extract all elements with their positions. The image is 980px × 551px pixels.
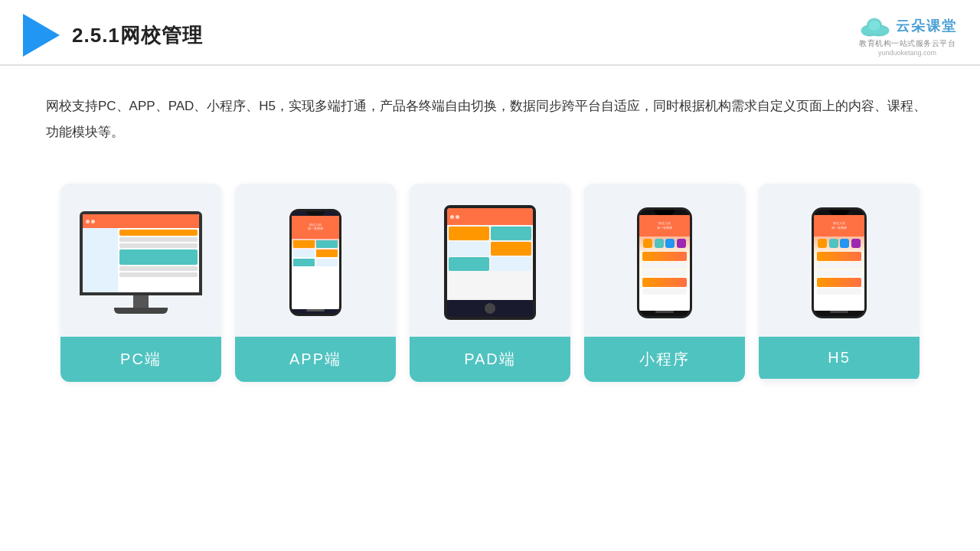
t-block3 [449,242,489,256]
phone-home-bar [306,309,325,311]
mini-icons [639,236,690,250]
pc-stand [133,295,149,308]
miniprogram-label: 小程序 [584,337,745,382]
pc-sidebar-mock [83,228,118,292]
mini-top: 职达人的第一堂网课 [639,215,690,236]
phone-block1 [293,240,315,248]
pad-image-area [410,184,570,337]
h5-icon4 [851,239,861,248]
description-content: 网校支持PC、APP、PAD、小程序、H5，实现多端打通，产品各终端自由切换，数… [46,99,926,139]
mini-row5 [642,289,687,295]
phone-block4 [316,249,338,257]
t-block1 [449,227,489,240]
pc-label: PC端 [60,337,221,382]
tablet-grid [447,225,533,272]
t-block6 [491,257,531,271]
pc-bar5 [119,266,198,271]
mini-row3 [642,270,687,276]
mini-screen: 职达人的第一堂网课 [639,215,690,311]
pc-base [114,308,168,314]
h5-row5 [817,289,861,295]
miniprogram-mockup: 职达人的第一堂网课 [637,207,692,318]
phone-block2 [316,240,338,248]
pc-bar2 [119,237,198,242]
header-left: 2.5.1网校管理 [23,14,203,57]
brand-icon-wrap: 云朵课堂 [858,14,957,38]
mini-top-text: 职达人的第一堂网课 [657,221,672,229]
t-dot2 [456,215,459,219]
mini-row2 [642,262,687,269]
phone-block5 [293,259,315,266]
t-block5 [449,257,489,271]
miniprogram-image-area: 职达人的第一堂网课 [584,184,745,337]
pc-bar6 [119,272,198,277]
phone-row3 [293,259,338,266]
mini-icon3 [665,239,675,248]
pad-label: PAD端 [410,337,570,382]
logo-triangle-icon [23,14,60,57]
pc-bar [119,230,198,236]
pc-screen-dot [91,220,95,223]
app-label: APP端 [235,337,396,382]
header: 2.5.1网校管理 云朵课堂 教育机构一站式服务云平台 y [0,0,980,66]
phone-row1 [293,240,338,248]
miniprogram-card: 职达人的第一堂网课 [584,184,745,382]
mini-icon4 [677,239,686,248]
phone-row2 [293,249,338,257]
brand-logo: 云朵课堂 教育机构一站式服务云平台 yunduoketang.com [858,14,957,57]
phone-block3 [293,249,315,257]
page-title: 2.5.1网校管理 [72,22,203,49]
h5-icons [814,236,864,250]
mini-row4 [642,278,687,287]
h5-top: 职达人的第一堂网课 [814,215,864,236]
mini-icon1 [643,239,652,248]
pc-screen-header [83,214,199,228]
pc-bar4 [119,249,198,265]
app-card: 职达人的第一堂网课 [235,184,396,382]
mini-content [639,250,690,296]
h5-row3 [817,270,861,276]
pc-monitor [80,211,202,295]
brand-name: 云朵课堂 [896,17,957,35]
t-block2 [491,227,531,240]
mini-notch [655,210,675,215]
h5-image-area: 职达人的第一堂网课 [759,184,920,337]
h5-card: 职达人的第一堂网课 [759,184,920,382]
pc-screen [83,214,199,292]
mini-bar [655,311,674,313]
cloud-icon [858,14,891,38]
tablet-screen-header [447,208,533,225]
pc-mockup [80,211,202,314]
t-block4 [491,242,531,256]
description-text: 网校支持PC、APP、PAD、小程序、H5，实现多端打通，产品各终端自由切换，数… [0,66,980,161]
brand-sub: 教育机构一站式服务云平台 [859,38,956,49]
pad-card: PAD端 [410,184,570,382]
h5-notch [829,210,849,215]
svg-point-8 [868,20,880,31]
brand-url: yunduoketang.com [878,49,936,57]
h5-row1 [817,252,861,261]
pc-card: PC端 [60,184,221,382]
phone-screen-top-text: 职达人的第一堂网课 [308,223,323,231]
cards-container: PC端 职达人的第一堂网课 [0,168,980,405]
phone-notch [306,211,325,216]
phone-screen-top: 职达人的第一堂网课 [292,216,339,239]
h5-row4 [817,278,861,287]
pc-content-mock [118,228,199,292]
header-right: 云朵课堂 教育机构一站式服务云平台 yunduoketang.com [858,14,957,57]
app-image-area: 职达人的第一堂网课 [235,184,396,337]
phone-block6 [316,259,338,266]
phone-screen: 职达人的第一堂网课 [292,216,339,309]
pc-image-area [60,184,221,337]
h5-screen: 职达人的第一堂网课 [814,215,864,311]
phone-screen-body [292,239,339,268]
pc-screen-dot [86,220,90,223]
t-dot1 [450,215,454,219]
h5-bar [830,311,848,313]
h5-top-text: 职达人的第一堂网课 [831,221,847,229]
h5-mockup: 职达人的第一堂网课 [812,207,867,318]
mini-icon2 [655,239,664,248]
h5-icon1 [818,239,827,248]
pc-screen-body [83,228,199,292]
mini-row1 [642,252,687,261]
